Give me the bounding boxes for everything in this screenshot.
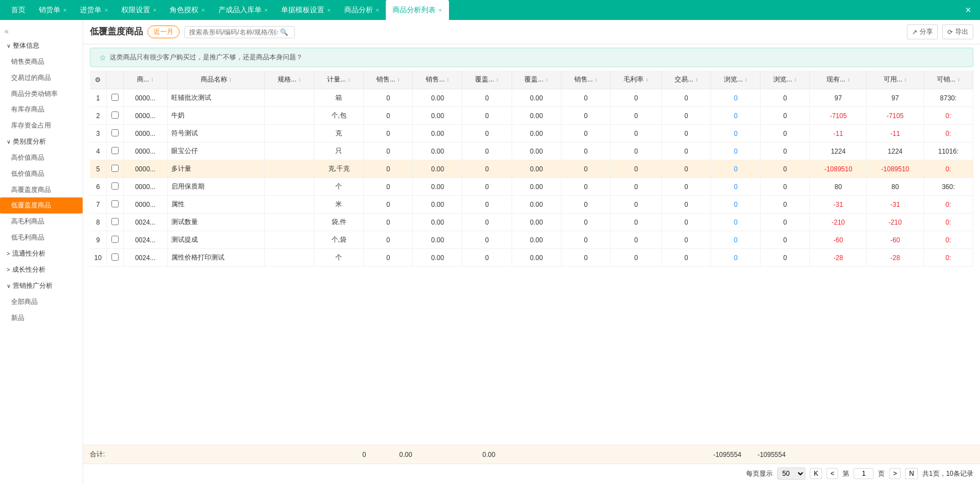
- row-num: 4: [90, 143, 106, 160]
- per-page-select[interactable]: 50 20 100 200: [777, 467, 805, 480]
- total-label: 合计:: [90, 450, 123, 459]
- close-icon[interactable]: ×: [438, 7, 442, 13]
- row-browse1[interactable]: 0: [711, 89, 760, 107]
- row-browse1[interactable]: 0: [711, 249, 760, 267]
- sidebar-item-low-coverage[interactable]: 低覆盖度商品: [0, 197, 83, 213]
- row-browse1[interactable]: 0: [711, 160, 760, 178]
- chevron-right-icon: >: [7, 251, 10, 257]
- nav-sales[interactable]: 销货单 ×: [32, 0, 73, 20]
- row-browse1[interactable]: 0: [711, 125, 760, 143]
- col-browse1[interactable]: 浏览... ↕: [711, 70, 760, 89]
- sidebar-item-traded-goods[interactable]: 交易过的商品: [0, 70, 83, 86]
- last-page-btn[interactable]: N: [905, 468, 918, 479]
- sidebar-section-category[interactable]: ∨ 类别度分析: [0, 134, 83, 150]
- nav-analysis-list[interactable]: 商品分析列表 ×: [386, 0, 448, 20]
- col-current[interactable]: 现有... ↕: [810, 70, 867, 89]
- nav-product-inbound[interactable]: 产成品入库单 ×: [212, 0, 274, 20]
- share-button[interactable]: ↗ 分享: [907, 24, 938, 39]
- row-trade: 0: [662, 107, 711, 125]
- sidebar-item-category-rate[interactable]: 商品分类动销率: [0, 86, 83, 102]
- col-sales3[interactable]: 销售... ↕: [561, 70, 610, 89]
- col-spec[interactable]: 规格... ↕: [265, 70, 314, 89]
- col-cover1[interactable]: 覆盖... ↕: [462, 70, 512, 89]
- row-checkbox[interactable]: [106, 160, 123, 178]
- row-browse1[interactable]: 0: [711, 178, 760, 196]
- row-checkbox[interactable]: [106, 196, 123, 213]
- close-icon[interactable]: ×: [63, 7, 67, 13]
- row-checkbox[interactable]: [106, 249, 123, 267]
- close-icon[interactable]: ×: [376, 7, 379, 13]
- sidebar-item-low-value[interactable]: 低价值商品: [0, 166, 83, 182]
- first-page-btn[interactable]: K: [810, 468, 822, 479]
- row-browse1[interactable]: 0: [711, 107, 760, 125]
- sidebar-collapse-btn[interactable]: «: [4, 27, 9, 35]
- row-browse1[interactable]: 0: [711, 143, 760, 160]
- next-page-btn[interactable]: >: [889, 468, 901, 479]
- sidebar-section-overall[interactable]: ∨ 整体信息: [0, 38, 83, 54]
- col-code[interactable]: 商... ↕: [123, 70, 167, 89]
- row-checkbox[interactable]: [106, 125, 123, 143]
- sidebar-item-high-margin[interactable]: 高毛利商品: [0, 213, 83, 230]
- main-layout: « ∨ 整体信息 销售类商品 交易过的商品 商品分类动销率 有库存商品 库存资金…: [0, 20, 980, 483]
- row-saleable: 0:: [923, 213, 973, 231]
- sidebar-section-marketing[interactable]: ∨ 营销推广分析: [0, 278, 83, 294]
- row-sales2: 0.00: [413, 213, 462, 231]
- export-icon: ⟳: [947, 28, 953, 36]
- search-icon[interactable]: 🔍: [280, 28, 288, 36]
- sidebar-item-capital[interactable]: 库存资金占用: [0, 118, 83, 134]
- nav-role[interactable]: 角色授权 ×: [163, 0, 211, 20]
- col-name[interactable]: 商品名称 ↕: [167, 70, 265, 89]
- row-gross-rate: 0: [610, 231, 661, 249]
- row-checkbox[interactable]: [106, 231, 123, 249]
- page-number-input[interactable]: [854, 468, 874, 479]
- close-icon[interactable]: ×: [153, 7, 156, 13]
- col-trade[interactable]: 交易... ↕: [662, 70, 711, 89]
- sidebar-item-high-value[interactable]: 高价值商品: [0, 150, 83, 166]
- row-browse1[interactable]: 0: [711, 231, 760, 249]
- col-unit[interactable]: 计量... ↕: [314, 70, 364, 89]
- row-saleable: 0:: [923, 107, 973, 125]
- row-code: 0000...: [123, 160, 167, 178]
- col-cover2[interactable]: 覆盖... ↕: [512, 70, 561, 89]
- row-browse1[interactable]: 0: [711, 196, 760, 213]
- row-checkbox[interactable]: [106, 178, 123, 196]
- col-browse2[interactable]: 浏览... ↕: [760, 70, 810, 89]
- col-saleable[interactable]: 可销... ↕: [923, 70, 973, 89]
- sidebar-item-high-coverage[interactable]: 高覆盖度商品: [0, 182, 83, 198]
- sidebar-item-all-goods[interactable]: 全部商品: [0, 294, 83, 310]
- row-cover2: 0.00: [512, 196, 561, 213]
- col-available[interactable]: 可用... ↕: [867, 70, 924, 89]
- close-icon[interactable]: ×: [264, 7, 268, 13]
- sidebar-item-low-margin[interactable]: 低毛利商品: [0, 230, 83, 246]
- row-checkbox[interactable]: [106, 213, 123, 231]
- close-icon[interactable]: ×: [327, 7, 330, 13]
- row-code: 0000...: [123, 143, 167, 160]
- row-checkbox[interactable]: [106, 143, 123, 160]
- nav-analysis[interactable]: 商品分析 ×: [338, 0, 386, 20]
- close-icon[interactable]: ×: [201, 7, 205, 13]
- filter-button[interactable]: 近一月: [147, 26, 180, 38]
- nav-home[interactable]: 首页: [4, 0, 32, 20]
- row-browse1[interactable]: 0: [711, 213, 760, 231]
- row-current: 1224: [810, 143, 867, 160]
- sidebar-section-flow[interactable]: > 流通性分析: [0, 246, 83, 262]
- row-checkbox[interactable]: [106, 107, 123, 125]
- sidebar-item-new-goods[interactable]: 新品: [0, 310, 83, 326]
- window-close-button[interactable]: ×: [961, 4, 976, 16]
- export-button[interactable]: ⟳ 导出: [942, 24, 973, 39]
- col-sales2[interactable]: 销售... ↕: [413, 70, 462, 89]
- close-icon[interactable]: ×: [104, 7, 108, 13]
- search-input[interactable]: [189, 28, 278, 36]
- col-settings[interactable]: ⚙: [90, 70, 106, 89]
- row-sales1: 0: [364, 143, 413, 160]
- sidebar-item-sales-goods[interactable]: 销售类商品: [0, 54, 83, 70]
- nav-template[interactable]: 单据模板设置 ×: [274, 0, 337, 20]
- nav-purchase[interactable]: 进货单 ×: [73, 0, 114, 20]
- sidebar-section-growth[interactable]: > 成长性分析: [0, 262, 83, 278]
- row-checkbox[interactable]: [106, 89, 123, 107]
- prev-page-btn[interactable]: <: [826, 468, 838, 479]
- nav-permission[interactable]: 权限设置 ×: [115, 0, 163, 20]
- sidebar-item-stock-goods[interactable]: 有库存商品: [0, 101, 83, 118]
- col-sales1[interactable]: 销售... ↕: [364, 70, 413, 89]
- col-gross-rate[interactable]: 毛利率 ↕: [610, 70, 661, 89]
